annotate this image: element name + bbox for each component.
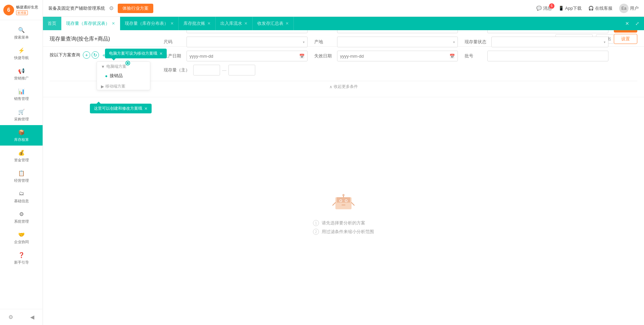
message-icon: 💬 — [536, 6, 542, 11]
message-badge: 6 — [549, 3, 554, 9]
tabs-actions: ✕ ⤢ — [623, 20, 644, 27]
sidebar-logo: 6 畅捷通好生意 标准版 — [0, 0, 43, 20]
size-label: 尺码 — [164, 39, 184, 45]
system-icon: ⚙ — [18, 210, 25, 218]
tab-batch-account[interactable]: 库存批次账 ✕ — [179, 17, 216, 30]
inv-state-arrow: ▾ — [604, 40, 605, 44]
dot-indicator — [126, 61, 129, 65]
close-all-tabs-btn[interactable]: ✕ — [623, 20, 631, 27]
industry-btn[interactable]: 体验行业方案 — [118, 4, 153, 13]
header-settings-icon[interactable]: ⚙ — [109, 5, 114, 11]
settings-bottom-btn[interactable]: ⚙ — [7, 313, 14, 322]
search-btn-area: 查询 设置 — [614, 30, 637, 44]
warehouse-label: 仓库 — [164, 30, 184, 31]
refresh-scheme-btn[interactable]: ↻ — [92, 51, 99, 59]
maximize-btn[interactable]: ⤢ — [633, 20, 641, 27]
tab-home[interactable]: 首页 — [43, 17, 61, 30]
scheme-list: ▼ 电脑端方案 ● 接销品 ▶ 移动端方案 — [97, 61, 150, 90]
settings-filter-btn[interactable]: 设置 — [614, 34, 637, 44]
header-left: 装备及固定资产辅助管理系统 ⚙ 体验行业方案 — [48, 4, 153, 13]
sidebar: 6 畅捷通好生意 标准版 🔍 搜索菜单 ⚡ 快捷导航 📢 营销推广 📊 销售管理… — [0, 0, 43, 325]
sidebar-item-newbie[interactable]: ❓ 新手引导 — [0, 248, 43, 268]
app-download-item[interactable]: 📱 App下载 — [558, 5, 582, 11]
collapse-sidebar-btn[interactable]: ◀ — [29, 313, 36, 322]
header-right: 💬 消息 6 📱 App下载 🎧 在线客服 Ea 用户 — [536, 4, 639, 13]
svg-rect-1 — [337, 197, 350, 203]
scheme-item-pc1[interactable]: ● 接销品 — [97, 70, 150, 82]
scheme-group-mobile[interactable]: ▶ 移动端方案 — [97, 82, 150, 90]
svg-point-8 — [342, 194, 344, 196]
finance-icon: 💰 — [18, 149, 25, 156]
inv-state-select[interactable]: ▾ — [491, 37, 608, 47]
sidebar-item-operation[interactable]: 📋 经营管理 — [0, 166, 43, 186]
tab-close-inventory-dist[interactable]: ✕ — [170, 21, 174, 26]
warehouse-select[interactable]: ··· — [186, 30, 308, 33]
sidebar-item-system[interactable]: ⚙ 系统管理 — [0, 207, 43, 227]
tab-inventory-status[interactable]: 现存量（库存状况表） ✕ — [61, 17, 120, 30]
user-item[interactable]: Ea 用户 — [619, 4, 639, 13]
tab-close-summary[interactable]: ✕ — [285, 21, 289, 26]
content-area: 现存量查询(按仓库+商品) 🖨 按模板打印 ▾ ↑ 导出 ↻ 刷新 — [43, 30, 644, 325]
scheme-tooltip2: 这里可以创建和修改方案哦 ✕ — [90, 104, 152, 113]
inv-state-label: 现存量状态 — [465, 39, 489, 45]
warehouse-dots[interactable]: ··· — [301, 30, 305, 31]
empty-step1: 1 请先选择要分析的方案 — [313, 220, 374, 226]
sidebar-item-purchase[interactable]: 🛒 采购管理 — [0, 105, 43, 125]
online-service-item[interactable]: 🎧 在线客服 — [588, 5, 612, 11]
sidebar-item-finance[interactable]: 💰 资金管理 — [0, 146, 43, 166]
size-arrow: ▾ — [303, 40, 305, 44]
message-item[interactable]: 💬 消息 6 — [536, 5, 552, 11]
tab-collect-summary[interactable]: 收发存汇总表 ✕ — [253, 17, 294, 30]
tab-close-inventory-status[interactable]: ✕ — [112, 21, 115, 26]
scheme-group-pc[interactable]: ▼ 电脑端方案 — [97, 62, 150, 70]
sidebar-item-basic[interactable]: 🗂 基础信息 — [0, 186, 43, 207]
sidebar-item-inventory[interactable]: 📦 库存核算 — [0, 125, 43, 146]
radio-icon: ● — [105, 73, 108, 78]
empty-steps: 1 请先选择要分析的方案 2 用过滤条件来缩小分析范围 — [313, 220, 374, 235]
sidebar-item-guide[interactable]: ⚡ 快捷导航 — [0, 43, 43, 64]
svg-rect-6 — [341, 204, 345, 205]
goods-label: 商品 — [314, 30, 334, 31]
filter-row-inv-main: 现存量（主） — — [164, 65, 310, 75]
logo-icon: 6 — [3, 5, 14, 15]
filter-row-size: 尺码 ▾ — [164, 37, 308, 47]
svg-line-10 — [352, 203, 354, 205]
tab-inventory-dist[interactable]: 现存量（库存分布表） ✕ — [120, 17, 179, 30]
filter-row-origin: 产地 ▾ — [314, 37, 458, 47]
sidebar-item-marketing[interactable]: 📢 营销推广 — [0, 64, 43, 84]
origin-select[interactable]: ▾ — [337, 37, 458, 47]
search-icon: 🔍 — [18, 26, 25, 34]
operation-icon: 📋 — [18, 169, 25, 177]
filter-title: 按以下方案查询 — [50, 52, 80, 58]
svg-point-5 — [345, 200, 347, 201]
color-select[interactable]: ▾ — [487, 30, 608, 33]
size-select[interactable]: ▾ — [186, 37, 308, 47]
add-scheme-btn[interactable]: + — [83, 51, 90, 59]
sidebar-item-sales[interactable]: 📊 销售管理 — [0, 84, 43, 105]
inv-main-to-input[interactable] — [228, 65, 255, 75]
sidebar-item-enterprise[interactable]: 🤝 企业协同 — [0, 227, 43, 248]
tab-in-out-flow[interactable]: 出入库流水 ✕ — [216, 17, 253, 30]
sidebar-item-search[interactable]: 🔍 搜索菜单 — [0, 23, 43, 43]
sales-icon: 📊 — [18, 88, 25, 95]
header: 装备及固定资产辅助管理系统 ⚙ 体验行业方案 💬 消息 6 📱 App下载 🎧 … — [43, 0, 644, 17]
tab-close-flow[interactable]: ✕ — [244, 21, 248, 26]
filter-section: 按以下方案查询 + ↻ « 电脑方案可设为移动方案哦 ✕ ▼ — [43, 47, 644, 97]
range-dash: — — [222, 68, 226, 73]
search-btn[interactable]: 查询 — [614, 30, 637, 33]
filter-row-goods: 商品 ··· — [314, 30, 458, 33]
filter-header: 按以下方案查询 + ↻ « 电脑方案可设为移动方案哦 ✕ ▼ — [50, 51, 637, 59]
goods-select[interactable]: ··· — [337, 30, 458, 33]
service-icon: 🎧 — [588, 6, 594, 11]
origin-arrow: ▾ — [453, 40, 455, 44]
page-title: 现存量查询(按仓库+商品) — [50, 36, 110, 43]
main-area: 装备及固定资产辅助管理系统 ⚙ 体验行业方案 💬 消息 6 📱 App下载 🎧 … — [43, 0, 644, 325]
inv-main-from-input[interactable] — [193, 65, 220, 75]
goods-dots[interactable]: ··· — [451, 30, 455, 31]
tooltip-close-btn[interactable]: ✕ — [159, 51, 163, 56]
tooltip2-close-btn[interactable]: ✕ — [144, 106, 148, 111]
collapse-icon: ∧ — [329, 85, 332, 89]
tab-close-batch[interactable]: ✕ — [207, 21, 211, 26]
origin-label: 产地 — [314, 39, 334, 45]
phone-icon: 📱 — [558, 6, 564, 11]
